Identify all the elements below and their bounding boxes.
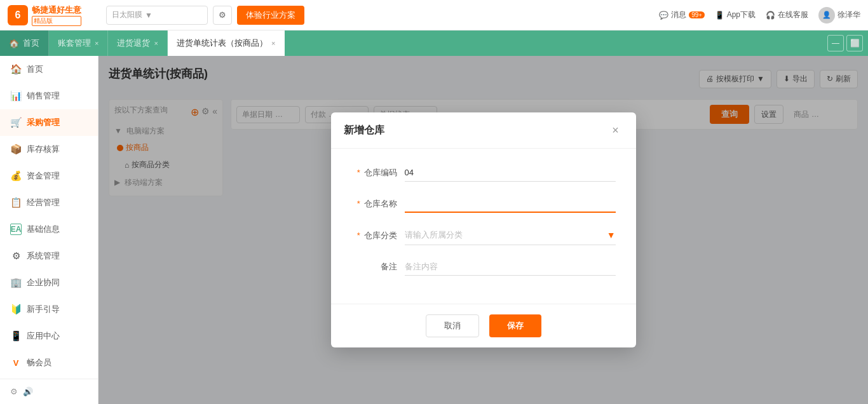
headset-icon: 🎧 xyxy=(766,11,775,20)
sidebar-item-inventory[interactable]: 📦 库存核算 xyxy=(0,136,98,163)
category-select[interactable]: 请输入所属分类 ▼ xyxy=(405,226,616,245)
sidebar-item-home[interactable]: 🏠 首页 xyxy=(0,56,98,83)
dialog-title: 新增仓库 xyxy=(344,124,384,137)
logo-area: 6 畅捷通好生意 精品版 xyxy=(8,4,106,26)
tab-right-buttons: — ⬜ xyxy=(827,35,868,51)
system-icon: ⚙ xyxy=(10,250,22,262)
gear-button[interactable]: ⚙ xyxy=(213,6,232,25)
sidebar-item-purchase[interactable]: 🛒 采购管理 xyxy=(0,109,98,136)
remark-label: 备注 xyxy=(351,261,397,273)
settings-bottom-icon: ⚙ xyxy=(10,387,18,396)
dialog-footer: 取消 保存 xyxy=(331,304,636,347)
sidebar-item-guide[interactable]: 🔰 新手引导 xyxy=(0,296,98,323)
dialog-close-button[interactable]: × xyxy=(608,123,623,138)
sidebar-item-apps[interactable]: 📱 应用中心 xyxy=(0,323,98,349)
header-right: 💬 消息 99+ 📱 App下载 🎧 在线客服 👤 徐泽华 xyxy=(659,7,860,24)
main-layout: 🏠 首页 📊 销售管理 🛒 采购管理 📦 库存核算 💰 资金管理 📋 经营管理 … xyxy=(0,56,868,404)
enterprise-icon: 🏢 xyxy=(10,277,22,288)
content-area: 进货单统计(按商品) 🖨 按模板打印 ▼ ⬇ 导出 ↻ 刷新 xyxy=(98,56,868,404)
purchase-icon: 🛒 xyxy=(10,117,22,128)
experience-button[interactable]: 体验行业方案 xyxy=(237,6,304,25)
remark-input[interactable] xyxy=(405,258,616,276)
form-row-code: * 仓库编码 xyxy=(351,164,616,182)
sidebar-bottom-setting[interactable]: ⚙ 🔊 xyxy=(0,379,98,404)
tab-minimize-btn[interactable]: — xyxy=(827,35,844,51)
form-row-remark: 备注 xyxy=(351,258,616,276)
vip-icon: V xyxy=(10,357,22,368)
dialog-header: 新增仓库 × xyxy=(331,112,636,149)
header-search-area: 日太阳膜 ▼ ⚙ 体验行业方案 xyxy=(106,6,659,25)
user-item[interactable]: 👤 徐泽华 xyxy=(818,7,860,24)
category-arrow-icon: ▼ xyxy=(607,230,616,240)
code-input[interactable] xyxy=(405,164,616,182)
category-label: * 仓库分类 xyxy=(351,230,397,241)
sidebar-item-vip[interactable]: V 畅会员 xyxy=(0,349,98,376)
finance-icon: 💰 xyxy=(10,170,22,182)
add-warehouse-dialog: 新增仓库 × * 仓库编码 * xyxy=(331,112,636,347)
name-input[interactable] xyxy=(405,194,616,213)
sidebar: 🏠 首页 📊 销售管理 🛒 采购管理 📦 库存核算 💰 资金管理 📋 经营管理 … xyxy=(0,56,98,404)
home-icon: 🏠 xyxy=(10,64,22,75)
logo-icon: 6 xyxy=(8,5,28,25)
form-row-category: * 仓库分类 请输入所属分类 ▼ xyxy=(351,226,616,245)
tab-purchase-return[interactable]: 进货退货 × xyxy=(108,30,167,56)
tab-close-account[interactable]: × xyxy=(95,39,98,47)
store-search-box[interactable]: 日太阳膜 ▼ xyxy=(106,6,208,25)
message-item[interactable]: 💬 消息 99+ xyxy=(659,10,704,20)
app-download-item[interactable]: 📱 App下载 xyxy=(715,10,756,20)
sidebar-item-system[interactable]: ⚙ 系统管理 xyxy=(0,243,98,269)
sales-icon: 📊 xyxy=(10,90,22,102)
management-icon: 📋 xyxy=(10,197,22,208)
phone-icon: 📱 xyxy=(715,11,724,20)
speaker-icon: 🔊 xyxy=(23,387,33,396)
cancel-button[interactable]: 取消 xyxy=(426,314,479,337)
sidebar-item-basic-info[interactable]: EA 基础信息 xyxy=(0,216,98,243)
message-icon: 💬 xyxy=(659,11,668,20)
search-arrow-icon: ▼ xyxy=(145,11,153,20)
form-row-name: * 仓库名称 xyxy=(351,194,616,213)
logo-text: 畅捷通好生意 精品版 xyxy=(32,4,81,26)
tab-purchase-stats[interactable]: 进货单统计表（按商品） × xyxy=(168,30,285,56)
dialog-body: * 仓库编码 * 仓库名称 xyxy=(331,149,636,304)
save-button[interactable]: 保存 xyxy=(489,314,541,337)
avatar: 👤 xyxy=(818,7,835,24)
code-label: * 仓库编码 xyxy=(351,167,397,178)
sidebar-item-management[interactable]: 📋 经营管理 xyxy=(0,189,98,216)
basic-info-icon: EA xyxy=(10,224,22,235)
sidebar-item-sales[interactable]: 📊 销售管理 xyxy=(0,83,98,109)
store-search-value: 日太阳膜 xyxy=(112,10,142,20)
top-header: 6 畅捷通好生意 精品版 日太阳膜 ▼ ⚙ 体验行业方案 💬 消息 99+ 📱 … xyxy=(0,0,868,30)
guide-icon: 🔰 xyxy=(10,304,22,315)
message-badge: 99+ xyxy=(689,11,704,18)
tab-account-management[interactable]: 账套管理 × xyxy=(49,30,108,56)
dialog-overlay: 新增仓库 × * 仓库编码 * xyxy=(98,56,868,404)
tab-close-purchase-return[interactable]: × xyxy=(154,39,158,47)
inventory-icon: 📦 xyxy=(10,144,22,155)
sidebar-item-finance[interactable]: 💰 资金管理 xyxy=(0,163,98,189)
tab-close-purchase-stats[interactable]: × xyxy=(271,39,275,47)
tab-bar: 🏠 首页 账套管理 × 进货退货 × 进货单统计表（按商品） × — ⬜ xyxy=(0,30,868,56)
sidebar-item-enterprise[interactable]: 🏢 企业协同 xyxy=(0,269,98,296)
tab-maximize-btn[interactable]: ⬜ xyxy=(846,35,863,51)
online-service-item[interactable]: 🎧 在线客服 xyxy=(766,10,808,20)
tab-home[interactable]: 🏠 首页 xyxy=(0,30,49,56)
apps-icon: 📱 xyxy=(10,330,22,342)
name-label: * 仓库名称 xyxy=(351,198,397,210)
home-tab-icon: 🏠 xyxy=(9,39,19,48)
